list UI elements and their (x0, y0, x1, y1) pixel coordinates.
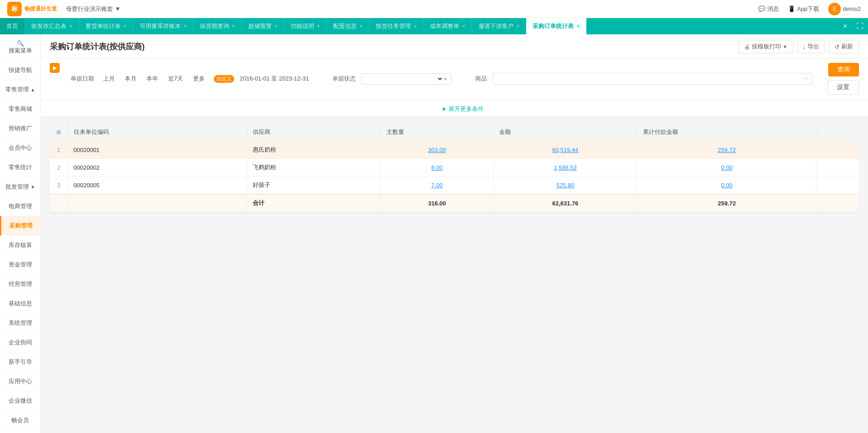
table-row[interactable]: 1 00020001 惠氏奶粉 303.00 60,519.44 259.72 (50, 141, 859, 159)
col-settings: ⚙ (50, 124, 68, 141)
sidebar-item-finance[interactable]: 资金管理 (0, 255, 40, 275)
status-select[interactable] (365, 75, 443, 83)
tab-收发存汇总表[interactable]: 收发存汇总表 × (25, 18, 79, 34)
settings-button[interactable]: 设置 (827, 80, 859, 95)
quick-date-this-year[interactable]: 本年 (143, 74, 162, 84)
table-footer: 合计 316.00 62,631.76 259.72 (50, 194, 859, 212)
product-input[interactable] (496, 76, 802, 82)
quick-date-buttons: 上月 本月 本年 近7天 更多 (99, 74, 208, 84)
sidebar-item-quicknav[interactable]: 快捷导航 (0, 61, 40, 80)
row-index: 2 (50, 159, 68, 176)
column-settings-icon[interactable]: ⚙ (56, 129, 61, 136)
tab-close-icon[interactable]: × (576, 23, 580, 29)
status-filter-label: 单据状态 (332, 75, 356, 83)
row-qty[interactable]: 6.00 (381, 159, 493, 176)
product-ellipsis-button[interactable]: ··· (803, 75, 809, 83)
tab-close-icon[interactable]: × (274, 23, 278, 29)
tab-采购订单统计表[interactable]: 采购订单统计表 × (526, 18, 586, 34)
tab-close-icon[interactable]: × (232, 23, 235, 29)
sidebar-item-inventory[interactable]: 库存核算 (0, 236, 40, 255)
sidebar-item-retail-mall[interactable]: 零售商城 (0, 100, 40, 119)
table-row[interactable]: 3 00020005 好孩子 7.00 525.80 0.00 (50, 176, 859, 195)
tab-close-icon[interactable]: × (69, 23, 72, 29)
row-qty[interactable]: 303.00 (381, 141, 493, 159)
expand-more-button[interactable]: ▼ 展开更多条件 (441, 105, 484, 113)
sidebar-search[interactable]: 🔍 搜索菜单 (0, 34, 40, 61)
sidebar-item-enterprise-collab[interactable]: 企业协同 (0, 333, 40, 352)
sidebar-item-app-center[interactable]: 应用中心 (0, 372, 40, 391)
row-amount[interactable]: 1,586.52 (493, 159, 637, 176)
quick-date-more[interactable]: 更多 (189, 74, 208, 84)
quick-date-this-month[interactable]: 本月 (121, 74, 140, 84)
tab-close-icon[interactable]: × (414, 23, 417, 29)
print-button[interactable]: 🖨 按模板打印 ▼ (738, 40, 793, 53)
top-right-area: 💬 消息 📱 App下载 E demo2 (758, 3, 861, 15)
refresh-button[interactable]: ↺ 刷新 (829, 40, 859, 53)
maximize-button[interactable]: ⛶ (852, 22, 868, 30)
table-row[interactable]: 2 00020002 飞鹤奶粉 6.00 1,586.52 0.00 (50, 159, 859, 176)
row-paid[interactable]: 0.00 (637, 159, 816, 176)
tab-close-icon[interactable]: × (462, 23, 465, 29)
sidebar-item-ecommerce[interactable]: 电商管理 (0, 197, 40, 216)
tab-close-icon[interactable]: × (359, 23, 363, 29)
sidebar-item-operations[interactable]: 经营管理 (0, 275, 40, 294)
sidebar-item-wholesale-mgmt[interactable]: 批发管理 ▼ (0, 177, 40, 197)
sidebar-item-newbie[interactable]: 新手引导 (0, 352, 40, 372)
row-amount[interactable]: 60,519.44 (493, 141, 637, 159)
tab-close-icon[interactable]: × (317, 23, 320, 29)
filter-row-1: 单据日期 上月 本月 本年 近7天 更多 自定义 2016-01-01 至 20… (71, 63, 859, 95)
app-download-button[interactable]: 📱 App下载 (788, 5, 819, 13)
product-input-wrap[interactable]: ··· (492, 73, 813, 85)
tab-拣货任务管理[interactable]: 拣货任务管理 × (369, 18, 424, 34)
quick-date-last-month[interactable]: 上月 (99, 74, 118, 84)
row-extra (816, 176, 859, 195)
company-selector[interactable]: 母婴行业演示账套 ▼ (66, 5, 121, 13)
tab-可用量库存账本[interactable]: 可用量库存账本 × (133, 18, 193, 34)
sidebar-item-purchase-mgmt[interactable]: 采购管理 (0, 216, 40, 236)
row-paid[interactable]: 0.00 (637, 176, 816, 195)
footer-extra (816, 194, 859, 212)
col-supplier: 供应商 (247, 124, 381, 141)
refresh-icon: ↺ (835, 43, 840, 50)
sidebar-item-enterprise-wechat[interactable]: 企业微信 (0, 391, 40, 411)
tab-home[interactable]: 首页 (0, 18, 25, 34)
row-supplier: 好孩子 (247, 176, 381, 195)
sidebar-item-vip[interactable]: 畅会员 (0, 411, 40, 430)
row-paid[interactable]: 259.72 (637, 141, 816, 159)
sidebar-item-basic-info[interactable]: 基础信息 (0, 294, 40, 314)
tab-close-icon[interactable]: × (184, 23, 187, 29)
row-amount[interactable]: 525.80 (493, 176, 637, 195)
tab-功能说明[interactable]: 功能说明 × (284, 18, 327, 34)
tab-成本调整单[interactable]: 成本调整单 × (424, 18, 472, 34)
collapse-toggle-button[interactable]: ▶ (50, 63, 60, 73)
tab-close-icon[interactable]: × (516, 23, 519, 29)
footer-paid: 259.72 (637, 194, 816, 212)
filter-section: ▶ 单据日期 上月 本月 本年 近7天 更多 自定义 2016-01-01 至 … (41, 58, 868, 100)
message-button[interactable]: 💬 消息 (758, 5, 779, 13)
sidebar-item-member-center[interactable]: 会员中心 (0, 138, 40, 158)
tab-保质期查询[interactable]: 保质期查询 × (193, 18, 242, 34)
status-select-wrap[interactable]: ▼ (361, 73, 452, 85)
tab-要货单统计表[interactable]: 要货单统计表 × (79, 18, 133, 34)
page-title-row: 采购订单统计表(按供应商) 🖨 按模板打印 ▼ ↓ 导出 ↺ 刷新 (50, 40, 859, 53)
query-button[interactable]: 查询 (828, 63, 859, 76)
row-supplier: 惠氏奶粉 (247, 141, 381, 159)
tab-close-icon[interactable]: × (123, 23, 127, 29)
quick-date-7days[interactable]: 近7天 (165, 74, 187, 84)
tab-邀请下游客户[interactable]: 邀请下游客户 × (472, 18, 526, 34)
row-qty[interactable]: 7.00 (381, 176, 493, 195)
export-button[interactable]: ↓ 导出 (797, 40, 826, 53)
sidebar-item-retail-stats[interactable]: 零售统计 (0, 158, 40, 177)
page-title: 采购订单统计表(按供应商) (50, 41, 145, 52)
nav-tabs: 首页 收发存汇总表 × 要货单统计表 × 可用量库存账本 × 保质期查询 × 超… (0, 18, 868, 34)
user-menu[interactable]: E demo2 (828, 3, 861, 15)
footer-label-text: 合计 (247, 194, 381, 212)
sidebar-item-system[interactable]: 系统管理 (0, 314, 40, 333)
row-code: 00020002 (68, 159, 247, 176)
tab-配置信息[interactable]: 配置信息 × (327, 18, 369, 34)
footer-row: 合计 316.00 62,631.76 259.72 (50, 194, 859, 212)
sidebar-item-retail-mgmt[interactable]: 零售管理 ▲ (0, 80, 40, 100)
tab-超储预警[interactable]: 超储预警 × (242, 18, 284, 34)
sidebar-item-marketing[interactable]: 营销推广 (0, 119, 40, 138)
close-all-tabs-button[interactable]: × (839, 22, 852, 30)
